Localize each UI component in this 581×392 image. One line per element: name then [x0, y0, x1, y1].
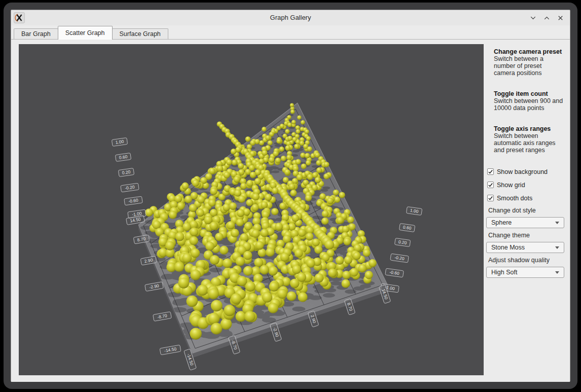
- action-title: Toggle axis ranges: [494, 125, 564, 132]
- action-description: Switch between automatic axis ranges and…: [494, 132, 564, 154]
- maximize-button[interactable]: [542, 14, 551, 22]
- axis-tick-label: 0.60: [399, 223, 415, 232]
- scatter-tab-page: 1.000.600.20-0.20-0.60-1.0014.508.702.90…: [11, 40, 570, 382]
- chevron-down-icon: [529, 14, 537, 22]
- dot-style-label: Change dot style: [488, 207, 564, 215]
- chevron-up-icon: [543, 14, 551, 22]
- action-description: Switch between a number of preset camera…: [494, 55, 564, 77]
- window-title: Graph Gallery: [11, 10, 570, 25]
- axis-tick-label: 1.00: [112, 137, 127, 146]
- window-frame: Graph Gallery Bar Graph Scatter Graph Su…: [4, 3, 577, 389]
- action-description: Switch between 900 and 10000 data points: [494, 97, 564, 112]
- toggle-item-count-button[interactable]: Toggle item count Switch between 900 and…: [494, 90, 564, 112]
- axis-tick-label: -0.20: [121, 183, 139, 192]
- checkbox-group: Show background Show grid Smooth dots: [486, 167, 564, 202]
- toggle-axis-ranges-button[interactable]: Toggle axis ranges Switch between automa…: [494, 125, 564, 154]
- window-controls: [529, 14, 565, 22]
- action-title: Change camera preset: [494, 48, 564, 55]
- axis-tick-label: 0.20: [394, 238, 410, 246]
- select-value: Stone Moss: [491, 244, 525, 251]
- axis-tick-label: -8.70: [153, 312, 172, 322]
- checkbox-box[interactable]: [487, 195, 494, 201]
- show-grid-checkbox[interactable]: Show grid: [487, 181, 564, 189]
- checkbox-label: Smooth dots: [497, 195, 532, 202]
- close-button[interactable]: [556, 14, 565, 22]
- tab-bar: Bar Graph Scatter Graph Surface Graph: [11, 25, 570, 40]
- tab-surface-graph[interactable]: Surface Graph: [112, 28, 168, 39]
- shadow-quality-select[interactable]: High Soft: [486, 267, 564, 278]
- axis-tick-label: -14.50: [160, 345, 181, 355]
- axis-tick-label: -0.20: [390, 254, 409, 263]
- close-icon: [557, 14, 564, 22]
- smooth-dots-checkbox[interactable]: Smooth dots: [487, 194, 564, 202]
- app-window: Graph Gallery Bar Graph Scatter Graph Su…: [11, 10, 570, 382]
- theme-label: Change theme: [488, 232, 564, 239]
- axis-tick-label: 0.60: [115, 153, 131, 161]
- dot-style-select[interactable]: Sphere: [486, 217, 564, 228]
- scatter-3d-canvas[interactable]: 1.000.600.20-0.20-0.60-1.0014.508.702.90…: [19, 44, 484, 375]
- shadow-quality-label: Adjust shadow quality: [488, 257, 564, 264]
- select-value: High Soft: [491, 269, 517, 276]
- checkbox-box[interactable]: [487, 182, 494, 188]
- tab-scatter-graph[interactable]: Scatter Graph: [58, 26, 113, 40]
- axis-tick-label: -2.90: [145, 282, 164, 292]
- change-camera-preset-button[interactable]: Change camera preset Switch between a nu…: [494, 48, 564, 77]
- checkmark-icon: [488, 182, 493, 188]
- axis-tick-label: -0.60: [124, 196, 142, 205]
- checkbox-box[interactable]: [487, 168, 494, 175]
- checkmark-icon: [488, 169, 493, 174]
- dropdown-arrow-icon: [555, 246, 559, 249]
- minimize-button[interactable]: [529, 14, 537, 22]
- axis-tick-label: -0.60: [385, 268, 404, 277]
- axis-tick-label: 0.20: [118, 168, 134, 176]
- tab-bar-graph[interactable]: Bar Graph: [14, 28, 58, 39]
- scatter-3d-view[interactable]: 1.000.600.20-0.20-0.60-1.0014.508.702.90…: [19, 44, 484, 375]
- dropdown-arrow-icon: [555, 271, 559, 274]
- control-panel: Change camera preset Switch between a nu…: [486, 48, 564, 278]
- action-title: Toggle item count: [494, 90, 564, 97]
- title-bar[interactable]: Graph Gallery: [11, 10, 570, 25]
- axis-tick-label: 1.00: [406, 206, 422, 215]
- show-background-checkbox[interactable]: Show background: [487, 167, 564, 176]
- checkbox-label: Show grid: [497, 182, 525, 189]
- dropdown-arrow-icon: [555, 222, 559, 224]
- select-value: Sphere: [491, 219, 512, 226]
- theme-select[interactable]: Stone Moss: [486, 242, 564, 253]
- checkmark-icon: [488, 195, 493, 201]
- checkbox-label: Show background: [497, 168, 548, 175]
